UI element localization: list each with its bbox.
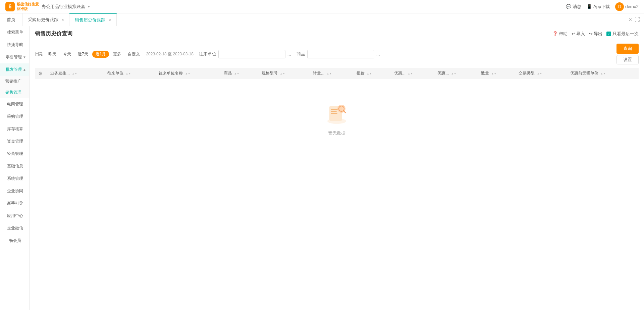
- tab-sales-history[interactable]: 销售历史价跟踪 ×: [69, 13, 116, 26]
- sidebar-item-enterprise-agreement[interactable]: 企业协同: [0, 185, 29, 197]
- th-discount2[interactable]: 优惠... ▲▼: [434, 68, 477, 79]
- sidebar-item-ecommerce[interactable]: 电商管理: [0, 98, 29, 110]
- sort-product[interactable]: ▲▼: [234, 72, 239, 75]
- sort-unit[interactable]: ▲▼: [326, 72, 332, 75]
- sidebar-item-enterprise-wechat[interactable]: 企业微信: [0, 222, 29, 235]
- sidebar-item-finance[interactable]: 资金管理: [0, 135, 29, 148]
- logo-area: 6 畅捷信好生意 标准版: [5, 2, 39, 11]
- window-maximize-btn[interactable]: ⛶: [635, 17, 640, 23]
- sort-price[interactable]: ▲▼: [367, 72, 372, 75]
- table-header-row: ⚙ 业务发生... ▲▼ 往来单位 ▲▼ 往来单位名称 ▲▼: [35, 68, 639, 79]
- partner-filter-group: 往来单位 ...: [199, 50, 291, 58]
- sidebar-item-purchase[interactable]: 采购管理: [0, 110, 29, 123]
- th-partner-code[interactable]: 往来单位 ▲▼: [104, 68, 155, 79]
- empty-illustration: [323, 99, 350, 126]
- tab-purchase-history[interactable]: 采购历史价跟踪 ×: [22, 13, 69, 26]
- tabbar-controls: × ⛶: [629, 17, 644, 23]
- sort-partner-name[interactable]: ▲▼: [185, 72, 191, 75]
- filter-bar: 日期 昨天 今天 近7天 近1月 更多 自定义 2023-02-18 至 202…: [30, 40, 644, 68]
- tab-home[interactable]: 首页: [0, 13, 22, 26]
- partner-input[interactable]: [218, 50, 285, 58]
- date-btn-today[interactable]: 今天: [60, 51, 74, 58]
- sidebar-item-operations[interactable]: 经营管理: [0, 148, 29, 160]
- sidebar-item-basic-info[interactable]: 基础信息: [0, 160, 29, 172]
- date-btn-more[interactable]: 更多: [110, 51, 124, 58]
- topbar-right: 💬 消息 📱 App下载 D demo2: [566, 2, 639, 11]
- sidebar-item-retail-mgmt[interactable]: 零售管理 ▼: [0, 51, 29, 63]
- sort-discount1[interactable]: ▲▼: [408, 72, 413, 75]
- date-btn-7days[interactable]: 近7天: [75, 51, 91, 58]
- settings-button[interactable]: 设置: [616, 55, 639, 64]
- th-pre-tax-price[interactable]: 优惠前无税单价 ▲▼: [567, 68, 639, 79]
- th-trade-type[interactable]: 交易类型 ▲▼: [515, 68, 567, 79]
- date-filter-label: 日期: [35, 51, 44, 57]
- sort-pre-tax-price[interactable]: ▲▼: [600, 72, 606, 75]
- logo-text: 畅捷信好生意 标准版: [17, 2, 39, 11]
- table-container: ⚙ 业务发生... ▲▼ 往来单位 ▲▼ 往来单位名称 ▲▼: [30, 68, 644, 310]
- sidebar-item-search-menu[interactable]: 搜索菜单: [0, 26, 29, 39]
- th-partner-name[interactable]: 往来单位名称 ▲▼: [155, 68, 220, 79]
- tab-purchase-history-close[interactable]: ×: [62, 18, 64, 22]
- sidebar: 搜索菜单 快捷导航 零售管理 ▼ 批发管理 ▲ 营销推广 销售管理 电商管理 采…: [0, 26, 30, 310]
- topbar-left: 6 畅捷信好生意 标准版 办公用品行业模拟账套 ▼: [5, 2, 91, 11]
- export-btn[interactable]: ↪ 导出: [589, 31, 602, 37]
- wholesale-submenu: 营销推广 销售管理: [0, 76, 29, 98]
- window-close-btn[interactable]: ×: [629, 17, 632, 23]
- tab-sales-history-close[interactable]: ×: [109, 18, 111, 22]
- th-unit[interactable]: 计量... ▲▼: [310, 68, 353, 79]
- sort-discount2[interactable]: ▲▼: [451, 72, 457, 75]
- sort-spec[interactable]: ▲▼: [280, 72, 285, 75]
- help-btn[interactable]: ❓ 帮助: [552, 31, 568, 37]
- date-btn-yesterday[interactable]: 昨天: [46, 51, 59, 58]
- message-btn[interactable]: 💬 消息: [566, 4, 581, 10]
- table-gear-icon[interactable]: ⚙: [38, 71, 43, 76]
- date-filter-group: 日期 昨天 今天 近7天 近1月 更多 自定义 2023-02-18 至 202…: [35, 51, 194, 58]
- main-layout: 搜索菜单 快捷导航 零售管理 ▼ 批发管理 ▲ 营销推广 销售管理 电商管理 采…: [0, 26, 644, 310]
- sidebar-item-system[interactable]: 系统管理: [0, 172, 29, 185]
- product-input[interactable]: [307, 50, 374, 58]
- th-price[interactable]: 报价 ▲▼: [353, 68, 391, 79]
- partner-picker-btn[interactable]: ...: [287, 52, 291, 57]
- date-btn-custom[interactable]: 自定义: [125, 51, 143, 58]
- sidebar-item-wholesale-mgmt[interactable]: 批发管理 ▲: [0, 63, 29, 76]
- topbar: 6 畅捷信好生意 标准版 办公用品行业模拟账套 ▼ 💬 消息 📱 App下载 D…: [0, 0, 644, 13]
- import-btn[interactable]: ↩ 导入: [572, 31, 585, 37]
- only-last-checkbox[interactable]: [606, 32, 611, 36]
- partner-filter-label: 往来单位: [199, 51, 216, 57]
- th-discount1[interactable]: 优惠... ▲▼: [391, 68, 434, 79]
- date-btn-1month[interactable]: 近1月: [92, 51, 109, 58]
- sidebar-item-member[interactable]: 畅会员: [0, 235, 29, 247]
- app-selector[interactable]: 办公用品行业模拟账套 ▼: [42, 4, 91, 10]
- sidebar-sub-marketing[interactable]: 营销推广: [0, 76, 29, 87]
- th-spec[interactable]: 规格型号 ▲▼: [258, 68, 310, 79]
- sidebar-item-inventory[interactable]: 库存核算: [0, 123, 29, 135]
- sort-trade-type[interactable]: ▲▼: [537, 72, 542, 75]
- th-product[interactable]: 商品 ▲▼: [220, 68, 258, 79]
- product-filter-group: 商品 ...: [297, 50, 380, 58]
- export-icon: ↪: [589, 31, 593, 36]
- sort-partner-code[interactable]: ▲▼: [126, 72, 131, 75]
- sidebar-sub-sales-mgmt[interactable]: 销售管理: [0, 87, 29, 98]
- product-picker-btn[interactable]: ...: [376, 52, 380, 57]
- page-title: 销售历史价查询: [35, 30, 72, 37]
- sidebar-item-app-center[interactable]: 应用中心: [0, 210, 29, 222]
- phone-icon: 📱: [587, 4, 592, 9]
- user-menu[interactable]: D demo2: [615, 2, 639, 11]
- app-selector-arrow[interactable]: ▼: [87, 5, 91, 8]
- only-last-toggle[interactable]: 只看最后一次: [606, 31, 639, 37]
- import-icon: ↩: [572, 31, 575, 36]
- sidebar-item-new-guide[interactable]: 新手引导: [0, 197, 29, 210]
- sidebar-item-quick-nav[interactable]: 快捷导航: [0, 39, 29, 51]
- page-actions: ❓ 帮助 ↩ 导入 ↪ 导出 只看最后一次: [552, 31, 639, 37]
- date-range-display: 2023-02-18 至 2023-03-18: [146, 51, 193, 57]
- wholesale-mgmt-arrow: ▲: [23, 68, 26, 71]
- content-area: 销售历史价查询 ❓ 帮助 ↩ 导入 ↪ 导出 只看最后一次: [30, 26, 644, 310]
- search-button[interactable]: 查询: [616, 44, 639, 54]
- sort-biz-date[interactable]: ▲▼: [72, 72, 77, 75]
- app-download-btn[interactable]: 📱 App下载: [587, 4, 610, 10]
- th-biz-date[interactable]: 业务发生... ▲▼: [47, 68, 104, 79]
- product-filter-label: 商品: [297, 51, 305, 57]
- sort-quantity[interactable]: ▲▼: [491, 72, 496, 75]
- th-quantity[interactable]: 数量 ▲▼: [478, 68, 515, 79]
- message-icon: 💬: [566, 4, 571, 9]
